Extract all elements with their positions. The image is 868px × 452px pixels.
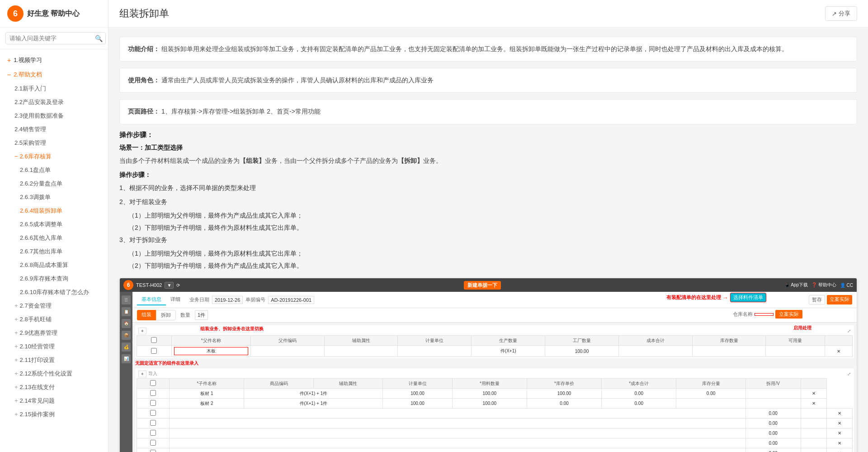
annotation-1-arrow: → — [723, 295, 728, 301]
mockup-warehouse-input[interactable] — [755, 313, 774, 316]
lower-row-ops-3[interactable]: ✕ — [838, 411, 841, 416]
sidebar-label: 2.帮助文档 — [14, 71, 42, 79]
mockup-right-nav: 📱 App下载 ❓ 帮助中心 👤 CC — [784, 282, 853, 288]
sidebar-item-docs[interactable]: − 2.帮助文档 — [0, 67, 108, 82]
sidebar: 6 好生意 帮助中心 🔍 + 1.视频学习 − 2.帮助文档 2.1新手入门 2… — [0, 0, 108, 452]
mockup-warehouse-label: 仓库名称 — [733, 311, 753, 318]
sidebar-item-video[interactable]: + 1.视频学习 — [0, 53, 108, 67]
sidebar-item-2-6-7[interactable]: 2.6.7其他出库单 — [0, 245, 108, 258]
table-row: 木板 件(X+1) 100.00 ✕ — [137, 346, 853, 357]
lower-table-row-5: 0.00 ✕ — [137, 428, 853, 438]
step-2: 2、对于组装业务 — [119, 196, 857, 208]
sidebar-item-2-8[interactable]: +2.8手机旺铺 — [0, 313, 108, 326]
sidebar-item-2-11[interactable]: +2.11打印设置 — [0, 353, 108, 367]
col-h-qty: *用料数量 — [452, 379, 527, 389]
sidebar-item-2-3[interactable]: 2.3使用前数据准备 — [0, 109, 108, 123]
sidebar-item-2-5[interactable]: 2.5采购管理 — [0, 136, 108, 150]
expand-icon: + — [7, 57, 11, 64]
step-3-sub2: （2）下部明细为子件明细，最终作为产成品生成其它入库单。 — [128, 260, 857, 272]
row-check-5[interactable] — [150, 430, 156, 436]
mockup-btn-save[interactable]: 暂存 — [809, 295, 825, 305]
mockup-btn-submit[interactable]: 立案实际 — [827, 295, 852, 305]
sidebar-item-2-14[interactable]: +2.14常见问题 — [0, 394, 108, 408]
mockup-sidebar-icon-2: 📋 — [122, 307, 131, 316]
row-check-1[interactable] — [150, 390, 156, 396]
share-button[interactable]: ↗ 分享 — [825, 6, 857, 21]
mockup-tab-basic[interactable]: 基本信息 — [137, 294, 166, 305]
lower-row-ops-2[interactable]: ✕ — [812, 401, 816, 406]
col-h-check — [137, 379, 170, 389]
row-delete-icon[interactable]: ✕ — [837, 349, 840, 354]
search-icon[interactable]: 🔍 — [95, 35, 103, 42]
lower-row-ops-6[interactable]: ✕ — [838, 441, 841, 446]
sidebar-item-2-6-4[interactable]: 2.6.4组装拆卸单 — [0, 204, 108, 218]
mockup-confirm-btn[interactable]: 选择料件清单 — [730, 293, 766, 302]
mockup-type-row: 组装 拆卸 数量 1件 组装业务、拆卸业务在这里切换 仓库名称 — [132, 308, 857, 323]
cell-avail — [766, 346, 825, 357]
plus-icon-2-14: + — [14, 397, 18, 404]
col-header-code: 父件编码 — [250, 336, 324, 346]
row-checkbox[interactable] — [151, 348, 157, 354]
role-text: 通常由生产人员或库管人员完成拆装业务的操作，库管人员确认原材料的出库和产成品的入… — [161, 76, 434, 84]
lower-row-ops-1[interactable]: ✕ — [812, 391, 816, 396]
mockup-form-fields: 业务日期 2019-12-26 单据编号 AD-20191226-001 — [189, 296, 314, 304]
cell-cost — [618, 346, 692, 357]
mockup-btn-assemble[interactable]: 组装 — [137, 310, 156, 320]
sidebar-item-2-6-5[interactable]: 2.6.5成本调整单 — [0, 218, 108, 231]
sidebar-item-2-15[interactable]: +2.15操作案例 — [0, 408, 108, 421]
path-text: 1、库存核算->库存管理->组装拆卸单 2、首页->常用功能 — [161, 108, 321, 115]
plus-icon-2-10: + — [14, 343, 18, 350]
nav-tree: + 1.视频学习 − 2.帮助文档 2.1新手入门 2.2产品安装及登录 2.3… — [0, 49, 108, 452]
sidebar-item-2-13[interactable]: +2.13在线支付 — [0, 381, 108, 394]
mockup-logo: 6 — [123, 280, 133, 290]
mockup-btn-new-doc[interactable]: 新建单据一下 — [464, 281, 501, 290]
sidebar-item-2-12[interactable]: +2.12系统个性化设置 — [0, 367, 108, 381]
mockup-tab-detail[interactable]: 详细 — [166, 294, 185, 305]
search-input[interactable] — [5, 32, 106, 44]
row-check-7[interactable] — [150, 450, 156, 452]
mockup-tabs: 基本信息 详细 — [137, 294, 185, 305]
mockup-enable-btn[interactable]: 立案实际 — [775, 310, 802, 319]
select-all-checkbox[interactable] — [151, 337, 157, 343]
annotation-2-text: 组装业务、拆卸业务在这里切换 — [200, 326, 264, 332]
select-all-lower[interactable] — [150, 380, 156, 386]
sidebar-item-2-9[interactable]: +2.9优惠券管理 — [0, 326, 108, 340]
sidebar-item-2-6-3[interactable]: 2.6.3调拨单 — [0, 190, 108, 204]
app-title: 好生意 帮助中心 — [27, 9, 80, 19]
mockup-sidebar: ☰ 📋 🏠 📦 💰 📊 — [120, 292, 132, 452]
mockup-btn-disassemble[interactable]: 拆卸 — [156, 310, 176, 320]
step-list: 1、根据不同的业务，选择不同单据的类型来处理 2、对于组装业务 （1）上部明细为… — [119, 182, 857, 271]
plus-icon-2-7: + — [14, 302, 18, 309]
mockup-upper-table: *父件名称 父件编码 辅助属性 计量单位 生产数量 工厂数量 成本合计 库存数量… — [137, 335, 853, 357]
lower-row-ops-5[interactable]: ✕ — [838, 431, 841, 436]
mockup-add-row-btn-2[interactable]: + — [138, 371, 146, 377]
row-check-4[interactable] — [150, 420, 156, 426]
mockup-app-bar: 6 TEST-H002 ▼ ⟳ 新建单据一下 📱 App下载 ❓ 帮助中心 👤 … — [120, 278, 857, 292]
mockup-add-row-btn[interactable]: + — [138, 328, 146, 334]
lower-cell-name-1: 板材 1 — [170, 389, 244, 399]
row-check-6[interactable] — [150, 440, 156, 446]
share-icon: ↗ — [832, 10, 837, 17]
sidebar-item-2-6-6[interactable]: 2.6.6其他入库单 — [0, 231, 108, 245]
lower-row-ops-4[interactable]: ✕ — [838, 421, 841, 426]
sidebar-item-2-6-10[interactable]: 2.6.10库存账本错了怎么办 — [0, 285, 108, 299]
sidebar-item-2-1[interactable]: 2.1新手入门 — [0, 82, 108, 95]
sidebar-item-2-6-9[interactable]: 2.6.9库存账本查询 — [0, 272, 108, 285]
disassemble-text: 【拆卸】 — [398, 157, 423, 164]
scene-1-heading: 场景一：加工类型选择 — [119, 144, 857, 152]
sidebar-item-2-6-8[interactable]: 2.6.8商品成本重算 — [0, 258, 108, 272]
sidebar-item-2-2[interactable]: 2.2产品安装及登录 — [0, 95, 108, 109]
sidebar-item-2-6-1[interactable]: 2.6.1盘点单 — [0, 163, 108, 177]
sidebar-item-2-10[interactable]: +2.10经营管理 — [0, 340, 108, 353]
mockup-sidebar-icon-4: 📦 — [122, 331, 131, 340]
sidebar-item-2-6-2[interactable]: 2.6.2分量盘点单 — [0, 177, 108, 190]
row-check-3[interactable] — [150, 410, 156, 416]
cell-name: 木板 — [171, 346, 250, 357]
sidebar-item-2-7[interactable]: +2.7资金管理 — [0, 299, 108, 313]
row-check-2[interactable] — [150, 400, 156, 406]
sidebar-item-2-4[interactable]: 2.4销售管理 — [0, 123, 108, 136]
parent-name-input[interactable]: 木板 — [174, 347, 248, 355]
sidebar-item-2-6[interactable]: −2.6库存核算 — [0, 150, 108, 163]
ops-steps-heading: 操作步骤： — [119, 171, 857, 179]
sidebar-label: 1.视频学习 — [14, 56, 42, 64]
